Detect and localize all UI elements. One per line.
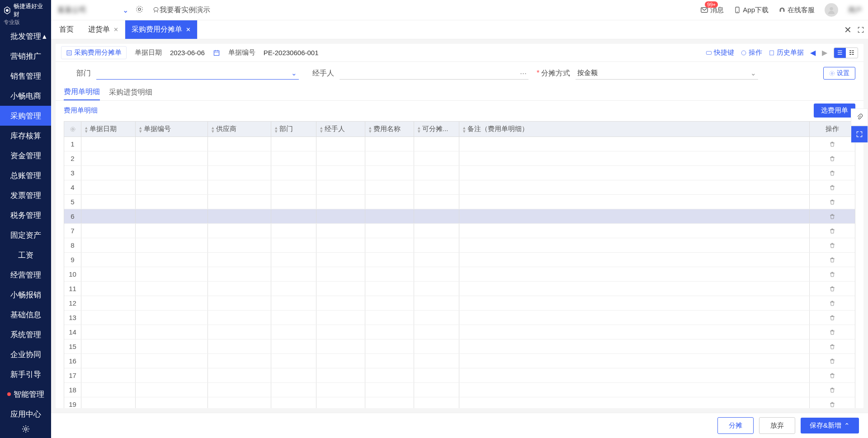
messages-button[interactable]: 99+ 消息	[700, 6, 724, 14]
demo-link[interactable]: 我要看实例演示	[152, 5, 210, 15]
tab-1[interactable]: 采购费用分摊单✕	[125, 20, 198, 39]
cell-handler[interactable]	[316, 238, 365, 252]
cell-fee-name[interactable]	[365, 296, 414, 310]
cell-fee-name[interactable]	[365, 354, 414, 368]
sidebar-item-9[interactable]: 税务管理	[0, 205, 51, 225]
cell-remark[interactable]	[459, 296, 810, 310]
avatar[interactable]	[825, 3, 838, 17]
cell-fee-name[interactable]	[365, 267, 414, 281]
cell-remark[interactable]	[459, 137, 810, 151]
row-delete[interactable]	[810, 224, 855, 238]
sidebar-item-10[interactable]: 固定资产	[0, 225, 51, 245]
sidebar-item-5[interactable]: 库存核算	[0, 126, 51, 146]
cell-fee-name[interactable]	[365, 383, 414, 397]
cell-fee-name[interactable]	[365, 325, 414, 339]
cell-remark[interactable]	[459, 397, 810, 408]
row-delete[interactable]	[810, 238, 855, 252]
cell-dept[interactable]	[271, 339, 316, 353]
row-delete[interactable]	[810, 267, 855, 281]
col-supplier[interactable]: ▴▾供应商	[208, 122, 271, 137]
dept-input[interactable]: ⌄	[96, 67, 299, 80]
select-fee-button[interactable]: 选费用单	[814, 104, 855, 118]
doc-title-tab[interactable]: 采购费用分摊单	[61, 46, 127, 59]
allocate-button[interactable]: 分摊	[717, 417, 754, 434]
view-card-icon[interactable]: ☷	[846, 48, 858, 58]
cell-doc-date[interactable]	[81, 238, 136, 252]
cell-supplier[interactable]	[208, 209, 271, 223]
sidebar-item-7[interactable]: 总账管理	[0, 165, 51, 185]
cell-remark[interactable]	[459, 151, 810, 165]
col-fee-name[interactable]: ▴▾费用名称	[365, 122, 414, 137]
company-selector[interactable]: 某某公司	[57, 5, 86, 15]
row-delete[interactable]	[810, 282, 855, 296]
cell-dept[interactable]	[271, 253, 316, 267]
cell-dept[interactable]	[271, 325, 316, 339]
cell-handler[interactable]	[316, 397, 365, 408]
cell-fee-name[interactable]	[365, 339, 414, 353]
cell-supplier[interactable]	[208, 339, 271, 353]
cell-remark[interactable]	[459, 195, 810, 209]
cell-doc-date[interactable]	[81, 267, 136, 281]
cell-doc-date[interactable]	[81, 137, 136, 151]
cell-dept[interactable]	[271, 166, 316, 180]
row-delete[interactable]	[810, 397, 855, 408]
cell-handler[interactable]	[316, 137, 365, 151]
cell-remark[interactable]	[459, 224, 810, 238]
cell-doc-code[interactable]	[136, 339, 208, 353]
cell-alloc-amt[interactable]	[414, 137, 459, 151]
sidebar-settings[interactable]	[0, 420, 51, 438]
row-delete[interactable]	[810, 368, 855, 382]
sidebar-item-18[interactable]: 智能管理	[0, 384, 51, 404]
save-new-button[interactable]: 保存&新增 ⌃	[801, 418, 859, 433]
cell-alloc-amt[interactable]	[414, 209, 459, 223]
cell-doc-code[interactable]	[136, 397, 208, 408]
cell-handler[interactable]	[316, 282, 365, 296]
shortcut-link[interactable]: 快捷键	[706, 48, 734, 57]
cell-doc-date[interactable]	[81, 339, 136, 353]
cell-doc-date[interactable]	[81, 166, 136, 180]
row-delete[interactable]	[810, 180, 855, 194]
cell-supplier[interactable]	[208, 282, 271, 296]
cell-doc-code[interactable]	[136, 383, 208, 397]
table-row[interactable]: 16	[64, 354, 855, 368]
operate-link[interactable]: 操作	[741, 48, 762, 57]
row-delete[interactable]	[810, 325, 855, 339]
row-delete[interactable]	[810, 209, 855, 223]
table-row[interactable]: 6	[64, 209, 855, 224]
cell-fee-name[interactable]	[365, 282, 414, 296]
row-delete[interactable]	[810, 296, 855, 310]
cell-dept[interactable]	[271, 311, 316, 325]
sidebar-item-0[interactable]: 批发管理▴	[0, 26, 51, 46]
cell-doc-date[interactable]	[81, 354, 136, 368]
row-delete[interactable]	[810, 339, 855, 353]
cell-supplier[interactable]	[208, 267, 271, 281]
cell-fee-name[interactable]	[365, 137, 414, 151]
tab-close-icon[interactable]: ✕	[186, 26, 191, 33]
col-alloc-amt[interactable]: ▴▾可分摊...	[414, 122, 459, 137]
table-row[interactable]: 18	[64, 383, 855, 397]
cell-supplier[interactable]	[208, 195, 271, 209]
prev-icon[interactable]: ◀	[810, 48, 816, 57]
cell-handler[interactable]	[316, 180, 365, 194]
cell-fee-name[interactable]	[365, 151, 414, 165]
cell-doc-date[interactable]	[81, 397, 136, 408]
cell-dept[interactable]	[271, 267, 316, 281]
cell-dept[interactable]	[271, 238, 316, 252]
cell-dept[interactable]	[271, 383, 316, 397]
cell-supplier[interactable]	[208, 325, 271, 339]
cell-doc-code[interactable]	[136, 195, 208, 209]
cell-remark[interactable]	[459, 209, 810, 223]
cell-dept[interactable]	[271, 296, 316, 310]
detail-tab-0[interactable]: 费用单明细	[64, 85, 100, 100]
row-delete[interactable]	[810, 166, 855, 180]
cell-doc-code[interactable]	[136, 180, 208, 194]
cell-fee-name[interactable]	[365, 209, 414, 223]
online-service[interactable]: 在线客服	[778, 6, 815, 14]
cell-doc-date[interactable]	[81, 325, 136, 339]
cell-fee-name[interactable]	[365, 253, 414, 267]
table-row[interactable]: 14	[64, 325, 855, 339]
cell-alloc-amt[interactable]	[414, 339, 459, 353]
cell-supplier[interactable]	[208, 151, 271, 165]
table-row[interactable]: 12	[64, 296, 855, 311]
table-row[interactable]: 9	[64, 253, 855, 267]
